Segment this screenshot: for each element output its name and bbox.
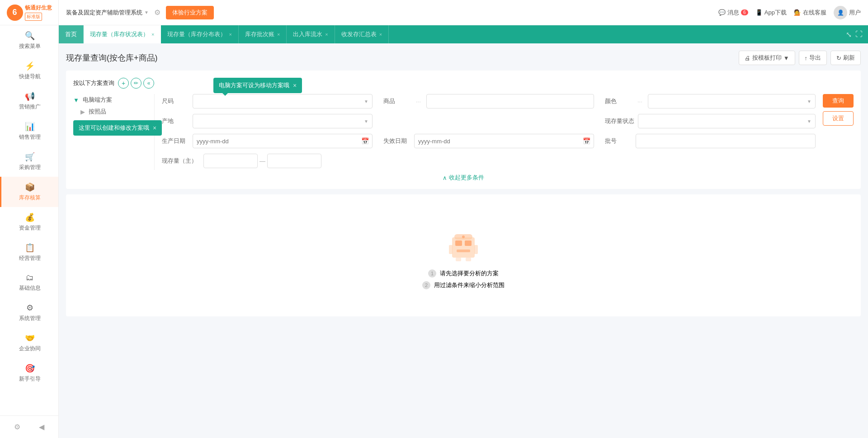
sidebar-item-label: 库存核算 — [19, 194, 41, 202]
size-select[interactable]: ▼ — [193, 94, 373, 108]
origin-select[interactable]: ▼ — [193, 114, 373, 128]
system-selector[interactable]: 装备及固定资产辅助管理系统 ▼ — [66, 9, 149, 17]
settings-icon[interactable]: ⚙ — [154, 8, 160, 17]
page-actions: 🖨 按模板打印 ▼ ↑ 导出 ↻ 刷新 — [739, 51, 861, 65]
field-exp-date: 失效日期 📅 — [383, 134, 594, 148]
tab-inventory-status-label: 现存量（库存状况表） — [90, 30, 149, 38]
export-button[interactable]: ↑ 导出 — [799, 51, 827, 65]
sidebar-item-search[interactable]: 🔍 搜索菜单 — [0, 25, 58, 56]
field-row-1: 尺码 ▼ 商品 ··· 颜色 ··· — [162, 94, 816, 108]
footer-settings-btn[interactable]: ⚙ — [14, 423, 20, 431]
collapse-row[interactable]: ∧ 收起更多条件 — [73, 170, 854, 182]
sidebar-item-sales[interactable]: 📊 销售管理 — [0, 116, 58, 146]
field-size: 尺码 ▼ — [162, 94, 373, 108]
tab-home[interactable]: 首页 — [59, 25, 84, 43]
phone-icon: 📱 — [755, 9, 763, 16]
tab-close-inventory-status[interactable]: × — [151, 32, 154, 37]
tip-num-2: 2 — [422, 281, 430, 289]
sidebar-item-basic[interactable]: 🗂 基础信息 — [0, 268, 58, 297]
refresh-button[interactable]: ↻ 刷新 — [830, 51, 861, 65]
print-button[interactable]: 🖨 按模板打印 ▼ — [739, 51, 795, 65]
tooltip-scheme-close[interactable]: × — [293, 82, 297, 89]
reset-button[interactable]: 设置 — [823, 111, 854, 126]
field-color: 颜色 ··· ▼ — [605, 94, 816, 108]
tab-close-batch-ledger[interactable]: × — [277, 32, 280, 37]
tab-inventory-dist[interactable]: 现存量（库存分布表） × — [161, 25, 238, 43]
print-arrow: ▼ — [783, 55, 789, 61]
tooltip-create-close[interactable]: × — [153, 124, 156, 132]
purchase-icon: 🛒 — [25, 152, 35, 162]
trial-button[interactable]: 体验行业方案 — [166, 6, 214, 19]
tabs-end: ⤡ ⛶ — [846, 30, 868, 39]
tab-receipt-summary[interactable]: 收发存汇总表 × — [335, 25, 389, 43]
user-action[interactable]: 👤 用户 — [834, 6, 861, 19]
sidebar-item-marketing[interactable]: 📢 营销推广 — [0, 86, 58, 116]
page-header: 现存量查询(按仓库+商品) 🖨 按模板打印 ▼ ↑ 导出 ↻ 刷新 — [66, 51, 861, 65]
online-service-label: 在线客服 — [803, 9, 826, 17]
tab-inventory-status[interactable]: 现存量（库存状况表） × — [84, 25, 161, 43]
print-label: 按模板打印 — [752, 54, 782, 62]
field-origin: 产地 ▼ — [162, 114, 373, 128]
sidebar: 6 畅通好生意 标准版 🔍 搜索菜单 ⚡ 快捷导航 📢 营销推广 📊 销售管理 … — [0, 0, 59, 438]
inv-status-select[interactable]: ▼ — [638, 114, 816, 128]
tooltip-create-text: 这里可以创建和修改方案哦 — [79, 124, 149, 132]
inv-min-input[interactable] — [203, 154, 258, 168]
scheme-item-pc[interactable]: ▼ 电脑端方案 — [73, 94, 149, 106]
mfg-date-calendar-icon[interactable]: 📅 — [361, 137, 369, 145]
edit-scheme-btn[interactable]: ✏ — [131, 78, 142, 89]
scheme-sub-label: 按照品 — [89, 108, 106, 116]
mfg-date-input[interactable] — [193, 134, 373, 148]
sidebar-item-operation[interactable]: 📋 经营管理 — [0, 237, 58, 268]
refresh-icon: ↻ — [836, 55, 841, 61]
tab-batch-ledger-label: 库存批次账 — [245, 30, 274, 38]
scheme-actions: + ✏ « — [118, 78, 154, 89]
inv-max-input[interactable] — [267, 154, 321, 168]
online-service-action[interactable]: 💁 在线客服 — [794, 9, 826, 17]
svg-rect-3 — [457, 250, 470, 252]
color-select[interactable]: ▼ — [648, 94, 816, 108]
batch-input[interactable] — [636, 134, 816, 148]
sidebar-item-label: 经营管理 — [19, 254, 41, 262]
sidebar-item-label: 企业协同 — [19, 345, 41, 353]
sidebar-item-guide[interactable]: 🎯 新手引导 — [0, 358, 58, 388]
search-button[interactable]: 查询 — [823, 94, 854, 108]
field-batch: 批号 — [605, 134, 816, 148]
tab-close-inventory-dist[interactable]: × — [229, 32, 231, 37]
user-label: 用户 — [849, 9, 861, 17]
back-scheme-btn[interactable]: « — [143, 78, 154, 89]
tab-receipt-summary-label: 收发存汇总表 — [341, 30, 377, 38]
mfg-date-wrap: 📅 — [193, 134, 373, 148]
exp-date-input[interactable] — [414, 134, 594, 148]
tooltip-create: 这里可以创建和修改方案哦 × — [73, 120, 162, 136]
goods-input[interactable] — [426, 94, 594, 108]
exp-date-wrap: 📅 — [414, 134, 594, 148]
inv-main-label: 现存量（主） — [162, 157, 198, 165]
filter-area: 按以下方案查询 + ✏ « 电脑方案可设为移动方案哦 × ▼ 电脑端方案 — [66, 71, 861, 189]
origin-label: 产地 — [162, 117, 189, 125]
tab-close-io-flow[interactable]: × — [325, 32, 328, 37]
sidebar-item-inventory[interactable]: 📦 库存核算 — [0, 177, 58, 207]
sidebar-item-label: 新手引导 — [19, 375, 41, 383]
goods-label: 商品 — [383, 97, 410, 105]
scheme-sub-item[interactable]: ▶ 按照品 — [80, 106, 149, 118]
footer-collapse-btn[interactable]: ◀ — [39, 423, 44, 431]
sidebar-item-system[interactable]: ⚙ 系统管理 — [0, 297, 58, 328]
message-action[interactable]: 💬 消息 6 — [718, 9, 748, 17]
tab-close-receipt-summary[interactable]: × — [379, 32, 382, 37]
sidebar-item-label: 快捷导航 — [19, 73, 41, 80]
sidebar-item-finance[interactable]: 💰 资金管理 — [0, 207, 58, 237]
sidebar-item-purchase[interactable]: 🛒 采购管理 — [0, 146, 58, 177]
logo-icon: 6 — [7, 5, 23, 21]
tab-io-flow[interactable]: 出入库流水 × — [287, 25, 335, 43]
tab-batch-ledger[interactable]: 库存批次账 × — [239, 25, 287, 43]
sidebar-item-enterprise[interactable]: 🤝 企业协同 — [0, 328, 58, 358]
svg-rect-6 — [449, 245, 453, 254]
tab-fullscreen-btn[interactable]: ⛶ — [855, 30, 863, 38]
tab-maximize-btn[interactable]: ⤡ — [846, 30, 852, 39]
exp-date-calendar-icon[interactable]: 📅 — [583, 137, 590, 145]
add-scheme-btn[interactable]: + — [118, 78, 129, 89]
color-label: 颜色 — [605, 97, 632, 105]
sidebar-item-quick[interactable]: ⚡ 快捷导航 — [0, 56, 58, 86]
app-download-action[interactable]: 📱 App下载 — [755, 9, 787, 17]
scheme-list-panel: ▼ 电脑端方案 ▶ 按照品 ▶ 移动端方案 这里可以创建和修改方案哦 × — [73, 94, 155, 170]
